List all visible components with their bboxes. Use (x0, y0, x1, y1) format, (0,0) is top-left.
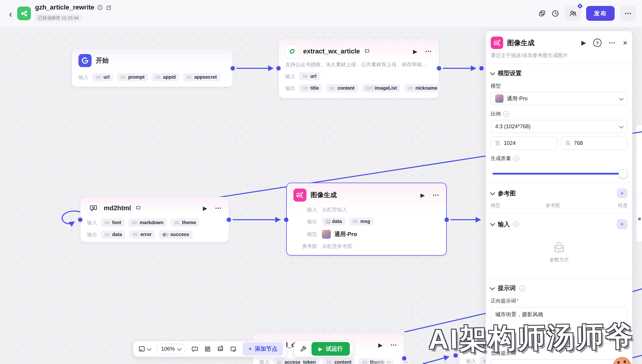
width-field[interactable]: 宽 1024 (491, 137, 557, 150)
panel-more-button[interactable]: ⋯ (609, 39, 616, 47)
duplicate-icon[interactable] (538, 10, 546, 17)
run-node-button[interactable]: ▶ (203, 205, 207, 212)
layout-grid-icon[interactable] (204, 346, 211, 352)
collab-badge (577, 3, 583, 9)
node-image-gen[interactable]: 图像生成 ▶ ⋯ 输入 未配置输入 输出 data str.msg 模型 通用-… (286, 183, 447, 256)
port-add-draft-out[interactable] (402, 356, 407, 361)
port-extract-in[interactable] (276, 66, 281, 71)
port-image-gen-in[interactable] (284, 218, 289, 222)
section-model-settings[interactable]: 模型设置 (491, 69, 627, 77)
chevron-down-icon (490, 70, 495, 75)
port-extract-out[interactable] (437, 66, 441, 71)
param-pill: str.access_token (273, 358, 319, 364)
workflow-app-icon (17, 7, 31, 20)
canvas-toolbar: 106% + 添加节点 (133, 341, 287, 357)
input-label: 输入 (78, 74, 89, 81)
param-pill: str.prompt (117, 73, 148, 81)
node-start[interactable]: 开始 输入 str.url str.prompt str.appid str.a… (72, 48, 233, 87)
zoom-value: 106% (161, 346, 175, 352)
param-pill: str.data (101, 230, 125, 239)
empty-inbox-icon (551, 240, 567, 253)
close-icon[interactable]: × (623, 38, 627, 48)
node-more-button[interactable]: ⋯ (425, 48, 432, 55)
param-pill: str.theme (171, 219, 199, 227)
node-title: md2html (104, 204, 131, 212)
section-prompt[interactable]: 提示词 i (491, 284, 627, 292)
negative-prompt-input[interactable] (491, 359, 627, 364)
zoom-control[interactable]: 106% (157, 344, 185, 354)
comment-icon[interactable] (191, 346, 198, 352)
param-pill: str.appsecret (183, 73, 220, 81)
section-input[interactable]: 输入 i + (491, 219, 627, 229)
info-icon[interactable] (97, 5, 103, 10)
port-image-gen-out[interactable] (445, 218, 449, 222)
run-node-button[interactable]: ▶ (378, 342, 383, 349)
model-label: 模型 (491, 83, 627, 89)
watermark-text: AI架构师汤师爷 (428, 318, 635, 358)
help-icon[interactable]: ? (593, 39, 602, 47)
chevron-down-icon (490, 285, 495, 290)
run-node-button[interactable]: ▶ (420, 192, 425, 199)
node-md2html[interactable]: M md2html ▶ ⋯ 输入 str.font str.markdown s… (80, 197, 229, 242)
image-gen-config-panel: 图像生成 ▶ ? ⋯ × 通过文字描述/添加参考图生成图片 模型设置 模型 通用… (486, 31, 632, 364)
publish-button[interactable]: 发布 (586, 6, 615, 21)
param-pill-boolean: success (159, 230, 193, 239)
header-more-button[interactable]: ⋯ (620, 6, 636, 21)
image-export-icon[interactable] (217, 346, 224, 352)
param-pill: str.url (299, 72, 320, 80)
snapshot-icon[interactable] (230, 346, 237, 352)
plugin-badge-icon (364, 48, 370, 54)
node-extract-wx-article[interactable]: extract_wx_article ▶ ⋯ 支持公众号授权、永久素材上传、公共… (278, 39, 439, 98)
chevron-down-icon (619, 124, 624, 129)
port-start-out[interactable] (231, 66, 235, 71)
param-pill: str.url (92, 73, 113, 81)
back-button[interactable]: ‹ (9, 8, 12, 20)
slider-knob[interactable] (619, 170, 627, 178)
image-gen-panel-icon (491, 37, 503, 49)
param-pill-image: data (322, 217, 345, 226)
chevron-down-icon (490, 190, 495, 195)
port-md2html-out[interactable] (227, 218, 231, 222)
panel-title: 图像生成 (507, 38, 534, 48)
empty-params: 参数为空 (491, 229, 627, 274)
model-avatar (322, 230, 331, 239)
ref-empty-text: 未配置参考图 (322, 243, 440, 250)
add-node-button[interactable]: + 添加节点 (243, 342, 283, 356)
panel-run-button[interactable]: ▶ (581, 39, 586, 46)
add-reference-button[interactable]: + (617, 188, 627, 198)
autosave-status: 已自动保存 11:15:34 (35, 14, 81, 22)
param-pill: str.title (299, 84, 322, 92)
required-mark: * (517, 298, 519, 304)
node-title: extract_wx_article (303, 48, 360, 55)
node-more-button[interactable]: ⋯ (390, 341, 397, 349)
section-reference-image[interactable]: 参考图 + (491, 188, 627, 198)
info-icon: i (513, 221, 519, 227)
info-icon: i (503, 111, 509, 117)
port-hidden-node-in[interactable] (479, 66, 484, 71)
start-node-icon (78, 54, 92, 67)
markdown-node-icon: M (87, 202, 100, 214)
display-mode-button[interactable] (138, 345, 151, 352)
svg-text:M: M (92, 206, 95, 209)
ratio-select[interactable]: 4:3 (1024*768) (491, 120, 627, 133)
node-title: 图像生成 (311, 191, 337, 200)
edit-icon[interactable] (106, 5, 111, 10)
workflow-title: gzh_article_rewrite (35, 4, 94, 11)
run-node-button[interactable]: ▶ (413, 48, 417, 55)
port-md2html-in[interactable] (78, 218, 83, 222)
add-input-button[interactable]: + (617, 219, 627, 229)
plugin-node-icon (285, 45, 299, 58)
param-pill: str.error (129, 230, 155, 239)
test-run-button[interactable]: ▶ 试运行 (311, 342, 350, 356)
model-select[interactable]: 通用-Pro (491, 92, 627, 105)
model-avatar (495, 94, 503, 103)
node-more-button[interactable]: ⋯ (432, 191, 440, 199)
collaboration-button[interactable] (565, 6, 581, 21)
height-field[interactable]: 高 768 (561, 137, 627, 150)
quality-slider[interactable] (492, 170, 626, 178)
history-icon[interactable] (551, 10, 559, 18)
plus-icon: + (248, 346, 252, 352)
node-more-button[interactable]: ⋯ (215, 204, 222, 212)
wrench-icon[interactable] (300, 345, 307, 352)
panel-subtitle: 通过文字描述/添加参考图生成图片 (491, 52, 627, 59)
